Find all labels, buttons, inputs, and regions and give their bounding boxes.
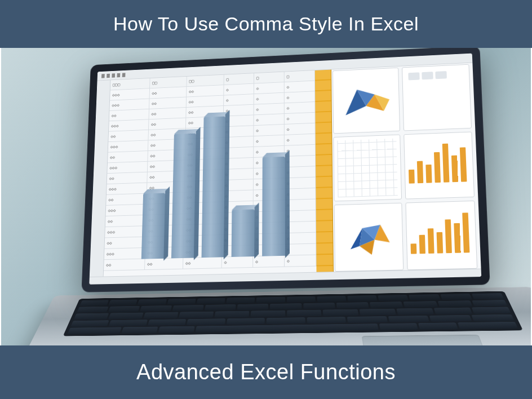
spreadsheet-area: ▢▢▢▢▢▢▢▢▢▢ ◇◇◇◇◇◇◇◇◇◇ ◇◇◇◇◇◇◇◇◇◇ ◇◇◇◇◇◇◇…	[90, 70, 322, 277]
spreadsheet-cells: ▢▢▢▢▢▢▢▢▢▢ ◇◇◇◇◇◇◇◇◇◇ ◇◇◇◇◇◇◇◇◇◇ ◇◇◇◇◇◇◇…	[104, 70, 322, 277]
charts-panel	[333, 64, 477, 272]
laptop-trackpad	[362, 335, 485, 345]
footer-band: Advanced Excel Functions	[0, 345, 532, 399]
chart-card-header	[402, 64, 472, 131]
keyboard-well	[63, 291, 523, 336]
page-title: How To Use Comma Style In Excel	[113, 13, 419, 35]
header-band: How To Use Comma Style In Excel	[0, 0, 532, 48]
highlighted-column	[315, 70, 334, 272]
laptop-keyboard	[22, 287, 532, 345]
laptop-screen-bezel: ▢▢▢▢▢▢▢▢▢▢ ◇◇◇◇◇◇◇◇◇◇ ◇◇◇◇◇◇◇◇◇◇ ◇◇◇◇◇◇◇…	[81, 48, 490, 292]
laptop-screen: ▢▢▢▢▢▢▢▢▢▢ ◇◇◇◇◇◇◇◇◇◇ ◇◇◇◇◇◇◇◇◇◇ ◇◇◇◇◇◇◇…	[89, 54, 481, 285]
laptop-illustration: ▢▢▢▢▢▢▢▢▢▢ ◇◇◇◇◇◇◇◇◇◇ ◇◇◇◇◇◇◇◇◇◇ ◇◇◇◇◇◇◇…	[51, 50, 524, 345]
chart-card-geometric	[333, 68, 400, 134]
footer-title: Advanced Excel Functions	[136, 360, 396, 384]
hero-illustration: ▢▢▢▢▢▢▢▢▢▢ ◇◇◇◇◇◇◇◇◇◇ ◇◇◇◇◇◇◇◇◇◇ ◇◇◇◇◇◇◇…	[0, 48, 532, 345]
chart-card-grid	[333, 134, 402, 202]
chart-card-bars2	[405, 201, 477, 270]
chart-card-bars	[404, 131, 475, 200]
chart-card-lowpoly	[334, 203, 404, 272]
